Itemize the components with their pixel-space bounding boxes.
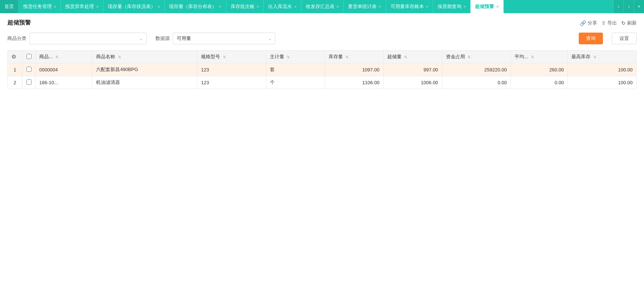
nav-prev-arrow[interactable]: ‹	[613, 0, 623, 13]
sort-icon: ⇅	[223, 55, 226, 59]
nav-demand[interactable]: 要货单统计表 ×	[344, 0, 386, 13]
row-capital: 0.00	[442, 76, 511, 89]
row-avg: 0.00	[511, 76, 568, 89]
nav-next-arrow[interactable]: ›	[623, 0, 634, 13]
th-capital[interactable]: 资金占用 ⇅	[442, 51, 511, 63]
category-filter: 商品分类 ⌄	[7, 33, 147, 44]
nav-overstock[interactable]: 超储预警 ×	[471, 0, 503, 13]
row-checkbox[interactable]	[26, 79, 32, 85]
gear-icon[interactable]: ⚙	[11, 53, 16, 60]
row-capital: 259220.00	[442, 63, 511, 76]
nav-task-mgmt[interactable]: 拣货任务管理 ×	[19, 0, 61, 13]
select-all-checkbox[interactable]	[26, 54, 32, 59]
sort-icon: ⇅	[345, 55, 348, 59]
nav-batch[interactable]: 库存批次账 ×	[226, 0, 264, 13]
nav-bar: 首页 拣货任务管理 × 拣货异常处理 × 现存量（库存状况表） × 现存量（库存…	[0, 0, 644, 13]
datasource-select[interactable]: 可用量 ⌄	[173, 33, 275, 44]
row-stock: 1097.00	[325, 63, 383, 76]
row-unit: 个	[266, 76, 325, 89]
row-checkbox-cell	[22, 63, 36, 76]
th-unit[interactable]: 主计量 ⇅	[266, 51, 325, 63]
sort-icon: ⇅	[287, 55, 290, 59]
row-overstock: 1006.00	[383, 76, 442, 89]
nav-exception[interactable]: 拣货异常处理 ×	[61, 0, 103, 13]
close-icon[interactable]: ×	[294, 4, 296, 9]
chevron-down-icon: ⌄	[139, 36, 143, 41]
close-icon[interactable]: ×	[379, 4, 381, 9]
datasource-label: 数据源	[155, 35, 170, 42]
row-stock: 1106.00	[325, 76, 383, 89]
refresh-icon: ↻	[621, 20, 626, 26]
share-icon: 🔗	[580, 20, 586, 26]
nav-home[interactable]: 首页	[0, 0, 19, 13]
page-title: 超储预警	[7, 19, 31, 27]
row-overstock: 997.00	[383, 63, 442, 76]
row-maxstock: 100.00	[568, 76, 637, 89]
close-icon[interactable]: ×	[96, 4, 98, 9]
row-name: 六配套新昌490BPG	[92, 63, 197, 76]
row-avg: 260.00	[511, 63, 568, 76]
close-icon[interactable]: ×	[426, 4, 428, 9]
settings-button[interactable]: 设置	[612, 33, 637, 44]
th-checkbox	[22, 51, 36, 63]
th-avg[interactable]: 平均... ⇅	[511, 51, 568, 63]
row-code: 0000004	[36, 63, 92, 76]
th-stock[interactable]: 库存量 ⇅	[325, 51, 383, 63]
row-unit: 套	[266, 63, 325, 76]
sort-icon: ⇅	[404, 55, 407, 59]
row-num: 2	[8, 76, 22, 89]
nav-quality[interactable]: 保质期查询 ×	[433, 0, 471, 13]
th-overstock[interactable]: 超储量 ⇅	[383, 51, 442, 63]
row-checkbox-cell	[22, 76, 36, 89]
row-num: 1	[8, 63, 22, 76]
table-row: 2 186-10... 机油滤清器 123 个 1106.00 1006.00 …	[8, 76, 637, 89]
close-icon[interactable]: ×	[496, 4, 498, 9]
nav-available[interactable]: 可用量库存账本 ×	[386, 0, 433, 13]
chevron-down-icon: ⌄	[268, 36, 271, 41]
header-actions: 🔗 分享 ⇧ 导出 ↻ 刷新	[580, 20, 637, 26]
sort-icon: ⇅	[531, 55, 534, 59]
close-icon[interactable]: ×	[337, 4, 339, 9]
nav-close-arrow[interactable]: ×	[634, 0, 644, 13]
nav-summary[interactable]: 收发存汇总表 ×	[301, 0, 344, 13]
close-icon[interactable]: ×	[464, 4, 466, 9]
th-maxstock[interactable]: 最高库存 ⇅	[568, 51, 637, 63]
datasource-select-value: 可用量	[177, 35, 191, 42]
datasource-filter: 数据源 可用量 ⌄	[155, 33, 275, 44]
page-header: 超储预警 🔗 分享 ⇧ 导出 ↻ 刷新	[7, 19, 637, 27]
nav-arrows: ‹ › ×	[613, 0, 644, 13]
nav-stock-dist[interactable]: 现存量（库存分布表） ×	[165, 0, 226, 13]
close-icon[interactable]: ×	[219, 4, 221, 9]
nav-stock-status[interactable]: 现存量（库存状况表） ×	[103, 0, 165, 13]
row-spec: 123	[197, 76, 266, 89]
close-icon[interactable]: ×	[158, 4, 160, 9]
row-maxstock: 100.00	[568, 63, 637, 76]
category-select[interactable]: ⌄	[29, 33, 147, 44]
export-icon: ⇧	[601, 20, 606, 26]
sort-icon: ⇅	[468, 55, 471, 59]
th-name[interactable]: 商品名称 ⇅	[92, 51, 197, 63]
th-settings: ⚙	[8, 51, 22, 63]
share-button[interactable]: 🔗 分享	[580, 20, 597, 26]
close-icon[interactable]: ×	[54, 4, 56, 9]
sort-icon: ⇅	[593, 55, 596, 59]
table-header-row: ⚙ 商品... ⇅ 商品名称 ⇅ 规格型号 ⇅ 主计量	[8, 51, 637, 63]
row-checkbox[interactable]	[26, 67, 32, 72]
category-label: 商品分类	[7, 35, 26, 42]
th-code[interactable]: 商品... ⇅	[36, 51, 92, 63]
th-spec[interactable]: 规格型号 ⇅	[197, 51, 266, 63]
row-name: 机油滤清器	[92, 76, 197, 89]
query-button[interactable]: 查询	[579, 33, 603, 44]
data-table: ⚙ 商品... ⇅ 商品名称 ⇅ 规格型号 ⇅ 主计量	[7, 50, 637, 89]
table-row: 1 0000004 六配套新昌490BPG 123 套 1097.00 997.…	[8, 63, 637, 76]
main-content: 超储预警 🔗 分享 ⇧ 导出 ↻ 刷新 商品分类 ⌄ 数据源	[0, 13, 644, 293]
row-code: 186-10...	[36, 76, 92, 89]
nav-flow[interactable]: 出入库流水 ×	[264, 0, 301, 13]
sort-icon: ⇅	[55, 55, 58, 59]
sort-icon: ⇅	[118, 55, 121, 59]
refresh-button[interactable]: ↻ 刷新	[621, 20, 637, 26]
close-icon[interactable]: ×	[257, 4, 259, 9]
export-button[interactable]: ⇧ 导出	[601, 20, 617, 26]
filter-row: 商品分类 ⌄ 数据源 可用量 ⌄ 查询 设置	[7, 33, 637, 44]
row-spec: 123	[197, 63, 266, 76]
